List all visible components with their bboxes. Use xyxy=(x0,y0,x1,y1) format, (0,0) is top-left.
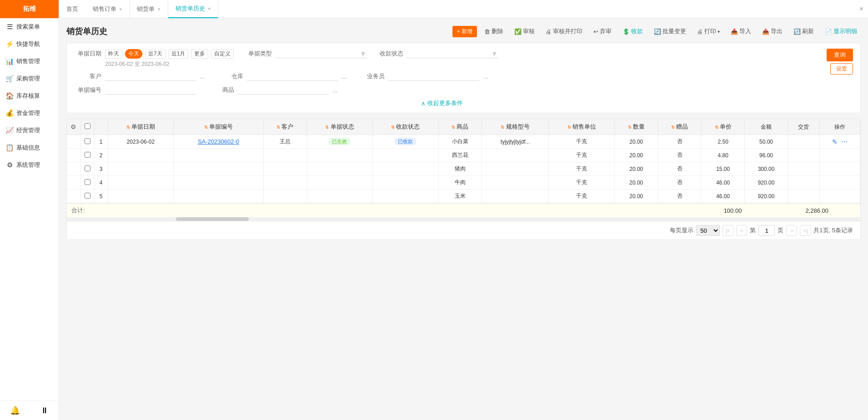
th-gift[interactable]: ⇅ 赠品 xyxy=(658,119,701,135)
last-page-button[interactable]: >| xyxy=(800,225,811,236)
sidebar-item-label: 基础信息 xyxy=(16,144,40,152)
table-settings-gear-icon[interactable]: ⚙ xyxy=(70,123,76,130)
tab-home[interactable]: 首页 xyxy=(59,0,85,18)
th-goods[interactable]: ⇅ 商品 xyxy=(438,119,482,135)
td-collect-status xyxy=(372,149,438,162)
notification-icon[interactable]: 🔔 xyxy=(10,405,20,415)
row-checkbox[interactable] xyxy=(85,165,90,171)
select-all-checkbox[interactable] xyxy=(85,123,90,129)
collect-status-input[interactable] xyxy=(407,49,498,58)
row-checkbox[interactable] xyxy=(85,179,90,185)
page-number-input[interactable] xyxy=(758,225,775,236)
th-quantity[interactable]: ⇅ 数量 xyxy=(615,119,658,135)
td-checkbox[interactable] xyxy=(80,190,94,203)
date-btn-custom[interactable]: 自定义 xyxy=(211,49,234,59)
collapse-button[interactable]: ∧ 收起更多条件 xyxy=(74,99,809,107)
goods-input[interactable] xyxy=(238,85,329,95)
date-btn-yesterday[interactable]: 昨天 xyxy=(105,49,122,59)
sidebar-item-label: 资金管理 xyxy=(16,109,40,117)
td-amount: 96.00 xyxy=(745,149,788,162)
doc-type-input[interactable] xyxy=(276,49,366,58)
batch-change-button[interactable]: 🔄 批量变更 xyxy=(650,25,690,37)
refresh-button[interactable]: 🔃 刷新 xyxy=(790,25,818,37)
goods-ellipsis[interactable]: ... xyxy=(332,86,338,94)
doc-no-input[interactable] xyxy=(105,85,196,95)
th-checkbox[interactable] xyxy=(80,119,94,135)
th-spec-type[interactable]: ⇅ 规格型号 xyxy=(482,119,549,135)
per-page-select[interactable]: 50 100 200 xyxy=(696,225,720,236)
settings-button[interactable]: 设置 xyxy=(830,63,853,75)
warehouse-ellipsis[interactable]: ... xyxy=(341,73,347,80)
tab-close-sales-history[interactable]: × xyxy=(208,6,211,11)
sidebar-item-operations-mgmt[interactable]: 📈 经营管理 xyxy=(0,122,59,139)
query-button[interactable]: 查询 xyxy=(827,49,853,61)
pause-icon[interactable]: ⏸ xyxy=(40,406,49,415)
sidebar-item-inventory[interactable]: 🏠 库存核算 xyxy=(0,87,59,105)
window-close-button[interactable]: × xyxy=(859,5,863,13)
sidebar-item-system-mgmt[interactable]: ⚙ 系统管理 xyxy=(0,156,59,174)
th-collect-status[interactable]: ⇅ 收款状态 xyxy=(372,119,438,135)
audit-button[interactable]: ✅ 审核 xyxy=(511,25,538,37)
td-checkbox[interactable] xyxy=(80,135,94,149)
customer-ellipsis[interactable]: ... xyxy=(200,73,205,80)
th-unit-price[interactable]: ⇅ 单价 xyxy=(701,119,744,135)
customer-input[interactable] xyxy=(105,72,196,81)
sidebar-item-basic-info[interactable]: 📋 基础信息 xyxy=(0,139,59,156)
td-doc-no[interactable] xyxy=(174,162,263,176)
date-btn-1month[interactable]: 近1月 xyxy=(168,49,189,59)
collapse-up-icon: ∧ xyxy=(421,100,426,107)
import-button[interactable]: 📥 导入 xyxy=(727,25,755,37)
td-checkbox[interactable] xyxy=(80,149,94,162)
new-button[interactable]: + 新增 xyxy=(452,26,477,37)
print-button[interactable]: 🖨 打印 ▾ xyxy=(693,25,723,37)
prev-page-button[interactable]: < xyxy=(736,225,747,236)
abandon-button[interactable]: ↩ 弃审 xyxy=(590,25,615,37)
date-btn-today[interactable]: 今天 xyxy=(125,49,142,59)
date-btn-more[interactable]: 更多 xyxy=(191,49,208,59)
td-checkbox[interactable] xyxy=(80,162,94,176)
first-page-button[interactable]: |< xyxy=(722,225,733,236)
doc-no-link[interactable]: SA-20230602-0 xyxy=(198,138,239,145)
tab-sales-history[interactable]: 销货单历史 × xyxy=(168,0,218,18)
edit-icon[interactable]: ✎ xyxy=(832,138,838,145)
export-button[interactable]: 📤 导出 xyxy=(758,25,786,37)
td-doc-no[interactable] xyxy=(174,190,263,203)
show-detail-button[interactable]: 📄 显示明细 xyxy=(821,25,861,37)
row-checkbox[interactable] xyxy=(85,152,90,158)
warehouse-input[interactable] xyxy=(247,72,338,81)
th-doc-date[interactable]: ⇅ 单据日期 xyxy=(108,119,174,135)
date-btn-7days[interactable]: 近7天 xyxy=(145,49,166,59)
collect-button[interactable]: 💲 收款 xyxy=(619,25,647,37)
td-doc-no[interactable]: SA-20230602-0 xyxy=(174,135,263,149)
sidebar-item-sales-mgmt[interactable]: 📊 销售管理 xyxy=(0,53,59,70)
th-settings[interactable]: ⚙ xyxy=(67,119,80,135)
filter-collect-status: 收款状态 ▾ xyxy=(376,49,497,59)
scrollbar-thumb[interactable] xyxy=(176,217,249,221)
th-sales-unit[interactable]: ⇅ 销售单位 xyxy=(549,119,615,135)
td-checkbox[interactable] xyxy=(80,176,94,190)
row-checkbox[interactable] xyxy=(85,138,90,144)
more-icon[interactable]: ⋯ xyxy=(841,138,848,145)
sidebar-item-search-menu[interactable]: ☰ 搜索菜单 xyxy=(0,18,59,35)
tab-close-sales-order[interactable]: × xyxy=(119,6,122,12)
th-doc-no[interactable]: ⇅ 单据编号 xyxy=(174,119,263,135)
row-checkbox[interactable] xyxy=(85,193,90,199)
tab-sales-goods[interactable]: 销货单 × xyxy=(130,0,168,18)
th-customer[interactable]: ⇅ 客户 xyxy=(263,119,306,135)
horizontal-scrollbar[interactable] xyxy=(67,217,860,221)
td-doc-date xyxy=(108,176,174,190)
audit-print-button[interactable]: 🖨 审核并打印 xyxy=(542,25,586,37)
salesperson-input[interactable] xyxy=(388,72,479,81)
salesperson-ellipsis[interactable]: ... xyxy=(483,73,488,80)
delete-button[interactable]: 🗑 删除 xyxy=(481,25,507,37)
sidebar-item-purchase-mgmt[interactable]: 🛒 采购管理 xyxy=(0,70,59,87)
td-doc-no[interactable] xyxy=(174,176,263,190)
tab-sales-order[interactable]: 销售订单 × xyxy=(85,0,130,18)
next-page-button[interactable]: > xyxy=(786,225,797,236)
td-row-no: 3 xyxy=(94,162,108,176)
th-doc-status[interactable]: ⇅ 单据状态 xyxy=(307,119,373,135)
sidebar-item-finance-mgmt[interactable]: 💰 资金管理 xyxy=(0,105,59,122)
sidebar-item-quick-nav[interactable]: ⚡ 快捷导航 xyxy=(0,35,59,53)
tab-close-sales-goods[interactable]: × xyxy=(157,6,160,12)
td-doc-no[interactable] xyxy=(174,149,263,162)
